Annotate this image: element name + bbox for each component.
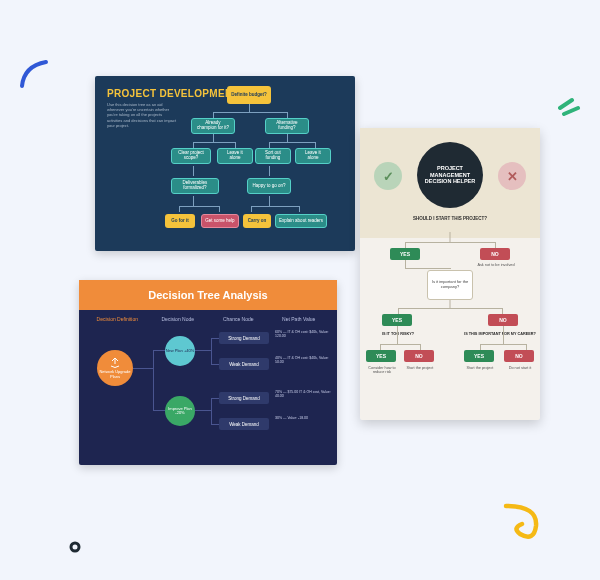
cardC-q3: IS THIS IMPORTANT FOR MY CAREER? <box>464 332 536 336</box>
cardB-bar-3: Weak Demand <box>219 418 269 430</box>
cardC-q2: IS IT TOO RISKY? <box>374 332 422 336</box>
cardB-branch-1: Improve Plan -20% <box>165 396 195 426</box>
cardB-col-2: Chance Node <box>208 316 269 322</box>
cardB-root: Network Upgrade Plans <box>97 350 133 386</box>
cardA-n4: Leave it alone <box>217 148 253 164</box>
cardC-r1-no: NO <box>480 248 510 260</box>
cardB-val-1: 40% — IT & OH cost: $40k, Value: 50.00 <box>275 357 331 365</box>
cardA-n9: Go for it <box>165 214 195 228</box>
cardC-sub-yes2: Consider how to reduce risk <box>362 366 402 374</box>
cardA-n8: Happy to go on? <box>247 178 291 194</box>
cardA-n10: Get some help <box>201 214 239 228</box>
cardC-header: ✓ PROJECT MANAGEMENT DECISION HELPER ✕ S… <box>360 128 540 238</box>
cardB-val-0: 60% — IT & OH cost: $40k, Value: 120.00 <box>275 331 331 339</box>
cardC-flow: YES NO Ask not to be involved Is it impo… <box>360 238 540 420</box>
cardA-root: Definite budget? <box>227 86 271 104</box>
template-decision-tree-analysis[interactable]: Decision Tree Analysis Decision Definiti… <box>79 280 337 465</box>
cardA-n1: Already champion for it? <box>191 118 235 134</box>
cardB-body: Network Upgrade Plans New Plan +40% Impr… <box>79 326 337 466</box>
cardB-bar-2: Strong Demand <box>219 392 269 404</box>
check-icon: ✓ <box>374 162 402 190</box>
cardC-r3r-yes: YES <box>464 350 494 362</box>
cardC-sub-no2: Start the project <box>400 366 440 370</box>
accent-swirl <box>498 498 548 548</box>
cardB-title: Decision Tree Analysis <box>79 280 337 310</box>
cardA-n11: Carry on <box>243 214 271 228</box>
cardC-r2-no: NO <box>488 314 518 326</box>
cardC-mid: Is it important for the company? <box>427 270 473 300</box>
cardA-n6: Leave it alone <box>295 148 331 164</box>
cardB-col-0: Decision Definition <box>87 316 148 322</box>
cardC-sub-no3: Do not start it <box>500 366 540 370</box>
cardB-col-3: Net Path Value <box>269 316 330 322</box>
cardC-sub-yes3: Start the project <box>460 366 500 370</box>
cardB-root-label: Network Upgrade Plans <box>97 370 133 379</box>
template-project-development[interactable]: PROJECT DEVELOPMENT Use this decision tr… <box>95 76 355 251</box>
cardC-r3l-yes: YES <box>366 350 396 362</box>
cardA-n12: Explain about readers <box>275 214 327 228</box>
template-pm-decision-helper[interactable]: ✓ PROJECT MANAGEMENT DECISION HELPER ✕ S… <box>360 128 540 420</box>
cardC-sub-no1: Ask not to be involved <box>476 263 516 267</box>
cardA-n2: Alternative funding? <box>265 118 309 134</box>
cardC-r2-yes: YES <box>382 314 412 326</box>
cardC-r1-yes: YES <box>390 248 420 260</box>
cardB-col-1: Decision Node <box>148 316 209 322</box>
cardB-bar-0: Strong Demand <box>219 332 269 344</box>
cardB-val-3: 30% — Value: -18.00 <box>275 417 331 421</box>
cardB-val-2: 70% — $75.00 IT & OH cost, Value: 40.00 <box>275 391 331 399</box>
cardA-n5: Sort out funding <box>255 148 291 164</box>
cardB-columns: Decision Definition Decision Node Chance… <box>79 310 337 326</box>
svg-point-0 <box>71 543 79 551</box>
accent-dot <box>68 540 82 554</box>
cardB-bar-1: Weak Demand <box>219 358 269 370</box>
cardC-r3r-no: NO <box>504 350 534 362</box>
cross-icon: ✕ <box>498 162 526 190</box>
cardC-r3l-no: NO <box>404 350 434 362</box>
cardC-q1: SHOULD I START THIS PROJECT? <box>360 216 540 221</box>
cardA-n3: Clear project scope? <box>171 148 211 164</box>
accent-lines <box>558 88 586 116</box>
cardC-title: PROJECT MANAGEMENT DECISION HELPER <box>417 142 483 208</box>
cardA-blurb: Use this decision tree as an aid wheneve… <box>107 102 177 128</box>
accent-arc <box>16 56 50 90</box>
cardA-flowchart: Definite budget? Already champion for it… <box>185 86 347 241</box>
cardB-branch-0: New Plan +40% <box>165 336 195 366</box>
cardA-n7: Deliverables formalized? <box>171 178 219 194</box>
